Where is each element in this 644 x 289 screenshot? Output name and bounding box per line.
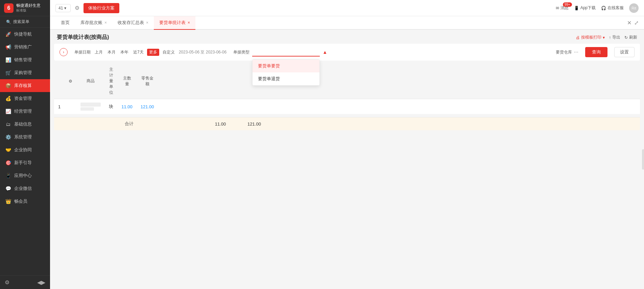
table-header-row: ⚙ 商品 主计量单位 主数量 零售金额 <box>54 63 640 99</box>
page-header: 要货单统计表(按商品) 🖨 按模板打印 ▾ ↑ 导出 ↻ 刷新 <box>50 30 644 44</box>
dropdown-item-tuihuo[interactable]: 要货单退货 <box>253 72 319 85</box>
cell-unit: 块 <box>105 99 117 114</box>
type-filter-input[interactable] <box>252 48 320 57</box>
date-filter-label: 单据日期 <box>74 49 91 55</box>
col-product: 商品 <box>76 63 105 99</box>
table-container: ⚙ 商品 主计量单位 主数量 零售金额 1 <box>54 63 640 114</box>
sidebar-item-xitong[interactable]: ⚙️ 系统管理 <box>0 131 50 143</box>
cell-settings <box>65 99 76 114</box>
trial-btn[interactable]: 体验行业方案 <box>84 3 119 13</box>
tab-shoufayuihui-label: 收发存汇总表 <box>118 20 144 26</box>
quantity-link[interactable]: 11.00 <box>121 104 133 109</box>
date-btn-more[interactable]: 更多 <box>147 49 159 56</box>
nav-icon-huiyuan: 👑 <box>5 199 11 204</box>
col-settings: ⚙ <box>65 63 76 99</box>
sidebar-item-caigou[interactable]: 🛒 采购管理 <box>0 66 50 79</box>
sidebar-label: 快捷导航 <box>14 31 32 37</box>
right-panel-handle[interactable] <box>642 149 644 170</box>
tabbar-close-all[interactable]: ✕ <box>627 20 631 26</box>
product-cell <box>80 103 101 111</box>
type-filter-arrow-icon[interactable]: ▲ <box>323 49 327 55</box>
sidebar-item-yingxiao[interactable]: 📢 营销推广 <box>0 41 50 53</box>
tab-shoufayuihui-close[interactable]: × <box>146 20 148 25</box>
sidebar-item-kucun[interactable]: 📦 库存核算 <box>0 79 50 92</box>
date-btn-custom[interactable]: 自定义 <box>161 49 176 56</box>
company-select-value: 41 <box>58 6 63 10</box>
date-btn-7days[interactable]: 近7天 <box>132 49 145 56</box>
table-footer: 合计 11.00 121.00 <box>54 117 640 130</box>
sidebar-search[interactable]: 🔍 搜索菜单 <box>0 16 50 28</box>
sidebar-label: 经营管理 <box>14 108 32 114</box>
settings-btn[interactable]: 设置 <box>614 47 635 57</box>
filter-expand-btn[interactable]: › <box>59 48 68 56</box>
company-select[interactable]: 41 ▾ <box>55 4 71 12</box>
print-arrow-icon: ▾ <box>603 35 605 40</box>
page-header-actions: 🖨 按模板打印 ▾ ↑ 导出 ↻ 刷新 <box>576 35 637 40</box>
sidebar-item-weixin[interactable]: 💬 企业微信 <box>0 182 50 195</box>
tab-home[interactable]: 首页 <box>55 16 75 30</box>
date-range-display: 2023-05-06 至 2023-06-06 <box>179 49 226 55</box>
topbar-right: ✉ 消息 99+ 📱 App下载 🎧 在线客服 Rit <box>556 3 639 13</box>
avatar-circle: Rit <box>629 3 639 13</box>
amount-link[interactable]: 121.00 <box>141 104 154 109</box>
nav-icon-jingying: 📈 <box>5 109 11 114</box>
tab-yaohuodanjitong[interactable]: 要货单统计表 × <box>154 16 195 30</box>
phone-icon: 📱 <box>574 6 579 10</box>
nav-icon-zijin: 💰 <box>5 96 11 101</box>
sidebar-item-huiyuan[interactable]: 👑 畅会员 <box>0 195 50 208</box>
sidebar-item-kuaijie[interactable]: 🚀 快捷导航 <box>0 28 50 41</box>
sidebar-item-xinshou[interactable]: 🎯 新手引导 <box>0 156 50 169</box>
sidebar-collapse-icon[interactable]: ◀▶ <box>37 279 45 286</box>
sidebar-item-yingyong[interactable]: 📱 应用中心 <box>0 169 50 182</box>
messages-btn[interactable]: ✉ 消息 99+ <box>556 5 569 11</box>
sidebar-label: 营销推广 <box>14 44 32 50</box>
online-service-label: 在线客服 <box>607 5 624 11</box>
sidebar-item-zijin[interactable]: 💰 资金管理 <box>0 92 50 105</box>
tab-kucunpici[interactable]: 库存批次账 × <box>75 16 112 30</box>
footer-quantity: 11.00 <box>204 121 237 127</box>
page-body: 要货单统计表(按商品) 🖨 按模板打印 ▾ ↑ 导出 ↻ 刷新 › <box>50 30 644 289</box>
sidebar-label: 库存核算 <box>14 83 32 89</box>
user-avatar[interactable]: Rit <box>629 3 639 13</box>
warehouse-filter-group: 要货仓库 ··· <box>556 49 578 55</box>
app-download-btn[interactable]: 📱 App下载 <box>574 5 596 11</box>
settings-bottom-icon[interactable]: ⚙ <box>5 279 9 286</box>
tabbar-right: ✕ ⤢ <box>627 20 639 26</box>
sidebar-item-xiaoshou[interactable]: 📊 销售管理 <box>0 53 50 66</box>
table-settings-icon[interactable]: ⚙ <box>69 79 72 84</box>
type-dropdown-menu: 要货单要货 要货单退货 <box>252 59 320 86</box>
tab-shoufayuihui[interactable]: 收发存汇总表 × <box>112 16 154 30</box>
date-btn-thisyear[interactable]: 本年 <box>119 49 130 56</box>
export-btn[interactable]: ↑ 导出 <box>609 35 620 40</box>
sidebar-item-jichu[interactable]: 🗂 基础信息 <box>0 118 50 131</box>
tab-kucunpici-label: 库存批次账 <box>80 20 102 26</box>
message-badge: 99+ <box>563 2 572 7</box>
nav-icon-xinshou: 🎯 <box>5 160 11 165</box>
warehouse-more-icon[interactable]: ··· <box>574 49 578 55</box>
sidebar-label: 新手引导 <box>14 160 32 166</box>
sidebar-item-qiye[interactable]: 🤝 企业协同 <box>0 143 50 156</box>
sidebar: 6 畅捷通好生意 标准版 🔍 搜索菜单 🚀 快捷导航 📢 营销推广 📊 销售管理… <box>0 0 50 289</box>
filter-bar: › 单据日期 上月 本月 本年 近7天 更多 自定义 2023-05-06 至 … <box>54 44 640 61</box>
dropdown-item-yaohuo[interactable]: 要货单要货 <box>253 60 319 72</box>
print-btn[interactable]: 🖨 按模板打印 ▾ <box>576 35 605 40</box>
tabbar-expand-icon[interactable]: ⤢ <box>634 20 639 26</box>
date-btn-lastmonth[interactable]: 上月 <box>93 49 104 56</box>
date-btn-thismonth[interactable]: 本月 <box>106 49 117 56</box>
topbar-gear-icon[interactable]: ⚙ <box>75 5 79 11</box>
nav-icon-kuaijie: 🚀 <box>5 31 11 37</box>
tab-home-label: 首页 <box>61 20 70 26</box>
sidebar-item-jingying[interactable]: 📈 经营管理 <box>0 105 50 118</box>
printer-icon: 🖨 <box>576 35 580 40</box>
tab-yaohuodanjitong-close[interactable]: × <box>188 20 190 25</box>
search-icon: 🔍 <box>6 20 11 24</box>
tab-kucunpici-close[interactable]: × <box>104 20 107 25</box>
online-service-btn[interactable]: 🎧 在线客服 <box>601 5 624 11</box>
nav-icon-qiye: 🤝 <box>5 147 11 153</box>
sidebar-bottom: ⚙ ◀▶ <box>0 275 50 289</box>
query-btn[interactable]: 查询 <box>585 47 607 57</box>
product-name <box>80 103 101 107</box>
product-code <box>80 107 94 111</box>
cell-amount: 121.00 <box>137 99 158 114</box>
refresh-btn[interactable]: ↻ 刷新 <box>624 35 637 40</box>
